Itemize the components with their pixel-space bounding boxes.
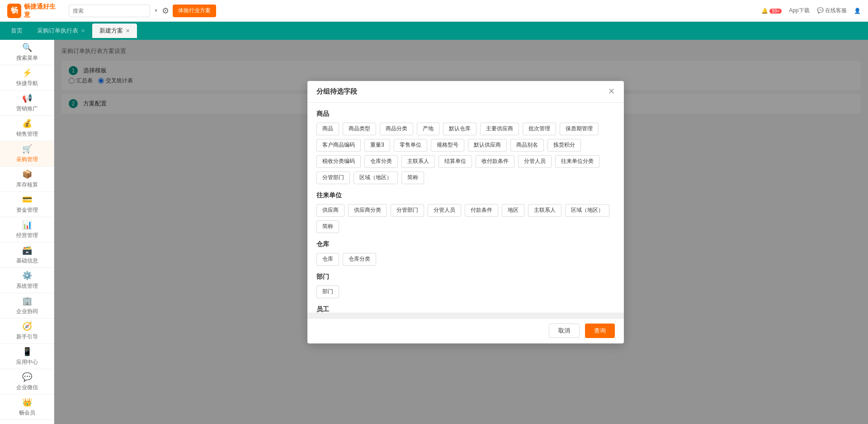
field-tag-partner-contact[interactable]: 主联系人 bbox=[528, 204, 561, 217]
field-tag-goods-supervisor[interactable]: 分管人员 bbox=[518, 155, 552, 168]
trial-btn[interactable]: 体验行业方案 bbox=[173, 5, 216, 17]
field-tag-dept-dept[interactable]: 部门 bbox=[316, 286, 339, 298]
top-header: 畅 畅捷通好生意 ▼ ⚙ 体验行业方案 🔔 99+ App下载 💬 在线客服 👤 bbox=[0, 0, 868, 22]
dept-tag-grid: 部门 bbox=[316, 286, 615, 298]
tab-new-plan[interactable]: 新建方案 ✕ bbox=[92, 24, 137, 38]
dialog-horizontal-scrollbar[interactable] bbox=[307, 313, 624, 318]
sidebar-item-marketing-label: 营销推广 bbox=[16, 105, 38, 113]
sidebar-item-enterprise[interactable]: 🏢 企业协同 bbox=[0, 293, 54, 319]
sidebar-item-guide[interactable]: 🧭 新手引导 bbox=[0, 319, 54, 344]
tab-purchase-exec[interactable]: 采购订单执行表 ✕ bbox=[30, 24, 92, 38]
field-tag-goods-category[interactable]: 商品分类 bbox=[380, 123, 413, 135]
sidebar-item-quicknav-label: 快捷导航 bbox=[16, 80, 38, 87]
tab-new-plan-close[interactable]: ✕ bbox=[126, 28, 130, 34]
field-tag-partner-area[interactable]: 区域（地区） bbox=[565, 204, 609, 217]
settings-icon[interactable]: ⚙ bbox=[162, 6, 169, 16]
sidebar-item-sysmgmt-label: 系统管理 bbox=[16, 282, 38, 290]
field-tag-goods-warehouse[interactable]: 默认仓库 bbox=[443, 123, 476, 135]
field-tag-partner-region[interactable]: 地区 bbox=[502, 204, 524, 217]
field-tag-goods-customer-code[interactable]: 客户商品编码 bbox=[316, 139, 361, 152]
sidebar-item-marketing[interactable]: 📢 营销推广 bbox=[0, 91, 54, 116]
baseinfo-icon: 🗃️ bbox=[22, 245, 32, 255]
field-tag-goods-tax-code[interactable]: 税收分类编码 bbox=[316, 155, 361, 168]
field-tag-goods-region[interactable]: 区域（地区） bbox=[354, 172, 398, 184]
section-title-dept: 部门 bbox=[316, 273, 615, 281]
sidebar-item-finance[interactable]: 💳 资金管理 bbox=[0, 192, 54, 217]
field-tag-partner-dept[interactable]: 分管部门 bbox=[391, 204, 424, 217]
dialog-close-button[interactable]: ✕ bbox=[608, 86, 615, 96]
sidebar-item-appcenter-label: 应用中心 bbox=[16, 358, 38, 366]
field-tag-goods-goods[interactable]: 商品 bbox=[316, 123, 339, 135]
sidebar-item-quicknav[interactable]: ⚡ 快捷导航 bbox=[0, 65, 54, 91]
field-tag-partner-supplier[interactable]: 供应商 bbox=[316, 204, 344, 217]
field-select-dialog: 分组待选字段 ✕ 商品 商品 商品类型 商品分类 产地 默认仓库 主要供应商 批… bbox=[307, 81, 624, 343]
sidebar-item-operation-label: 经营管理 bbox=[16, 232, 38, 239]
field-tag-goods-partner-category[interactable]: 往来单位分类 bbox=[555, 155, 599, 168]
sidebar-item-appcenter[interactable]: 📱 应用中心 bbox=[0, 344, 54, 369]
field-tag-goods-origin[interactable]: 产地 bbox=[417, 123, 439, 135]
logo-icon: 畅 bbox=[7, 4, 21, 18]
app-download-link[interactable]: App下载 bbox=[789, 7, 809, 14]
quicknav-icon: ⚡ bbox=[22, 68, 32, 78]
sidebar-item-purchase-label: 采购管理 bbox=[16, 156, 38, 163]
sidebar-item-search[interactable]: 🔍 搜索菜单 bbox=[0, 40, 54, 65]
sidebar-item-sales[interactable]: 💰 销售管理 bbox=[0, 116, 54, 141]
wechat-icon: 💬 bbox=[22, 372, 32, 382]
online-service-link[interactable]: 💬 在线客服 bbox=[817, 7, 847, 14]
tab-home-label: 首页 bbox=[11, 27, 23, 35]
sidebar-item-member[interactable]: 👑 畅会员 bbox=[0, 395, 54, 420]
field-tag-wh-warehouse[interactable]: 仓库 bbox=[316, 253, 339, 266]
field-tag-goods-dept[interactable]: 分管部门 bbox=[316, 172, 350, 184]
field-tag-goods-short-name[interactable]: 简称 bbox=[401, 172, 424, 184]
sidebar-item-finance-label: 资金管理 bbox=[16, 206, 38, 214]
sidebar-item-baseinfo[interactable]: 🗃️ 基础信息 bbox=[0, 243, 54, 268]
purchase-icon: 🛒 bbox=[22, 144, 32, 154]
tab-new-plan-label: 新建方案 bbox=[99, 27, 123, 35]
marketing-icon: 📢 bbox=[22, 93, 32, 103]
field-tag-goods-type[interactable]: 商品类型 bbox=[343, 123, 376, 135]
field-tag-goods-payment-terms[interactable]: 收付款条件 bbox=[476, 155, 514, 168]
field-tag-goods-spec[interactable]: 规格型号 bbox=[431, 139, 464, 152]
user-avatar[interactable]: 👤 bbox=[854, 8, 861, 14]
sidebar-item-inventory-label: 库存核算 bbox=[16, 181, 38, 189]
field-tag-partner-payment[interactable]: 付款条件 bbox=[465, 204, 498, 217]
field-tag-goods-expiry[interactable]: 保质期管理 bbox=[560, 123, 599, 135]
partners-tag-grid: 供应商 供应商分类 分管部门 分管人员 付款条件 地区 主联系人 区域（地区） … bbox=[316, 204, 615, 233]
field-tag-goods-main-supplier[interactable]: 主要供应商 bbox=[480, 123, 519, 135]
sidebar-item-enterprise-label: 企业协同 bbox=[16, 308, 38, 315]
field-tag-partner-supplier-cat[interactable]: 供应商分类 bbox=[348, 204, 387, 217]
field-tag-goods-retail-unit[interactable]: 零售单位 bbox=[394, 139, 427, 152]
goods-tag-grid: 商品 商品类型 商品分类 产地 默认仓库 主要供应商 批次管理 保质期管理 客户… bbox=[316, 123, 615, 184]
sales-icon: 💰 bbox=[22, 119, 32, 129]
sidebar-item-operation[interactable]: 📊 经营管理 bbox=[0, 217, 54, 243]
sidebar-item-wechat[interactable]: 💬 企业微信 bbox=[0, 369, 54, 395]
notification-area[interactable]: 🔔 99+ bbox=[761, 8, 782, 14]
field-tag-goods-default-supplier[interactable]: 默认供应商 bbox=[468, 139, 507, 152]
field-tag-wh-category[interactable]: 仓库分类 bbox=[343, 253, 376, 266]
tab-home[interactable]: 首页 bbox=[4, 24, 30, 38]
member-icon: 👑 bbox=[22, 397, 32, 407]
sidebar-item-purchase[interactable]: 🛒 采购管理 bbox=[0, 141, 54, 167]
field-tag-goods-wh-category[interactable]: 仓库分类 bbox=[364, 155, 398, 168]
field-tag-goods-batch[interactable]: 批次管理 bbox=[523, 123, 556, 135]
tab-purchase-exec-label: 采购订单执行表 bbox=[37, 27, 78, 35]
section-title-staff: 员工 bbox=[316, 305, 615, 313]
sysmgmt-icon: ⚙️ bbox=[22, 271, 32, 281]
field-tag-goods-weight[interactable]: 重量3 bbox=[364, 139, 390, 152]
confirm-button[interactable]: 查询 bbox=[585, 324, 615, 338]
cancel-button[interactable]: 取消 bbox=[549, 324, 580, 338]
field-tag-goods-pick-points[interactable]: 拣货积分 bbox=[547, 139, 581, 152]
tab-purchase-exec-close[interactable]: ✕ bbox=[81, 28, 85, 34]
sidebar-item-sysmgmt[interactable]: ⚙️ 系统管理 bbox=[0, 268, 54, 293]
appcenter-icon: 📱 bbox=[22, 347, 32, 357]
search-icon: 🔍 bbox=[22, 43, 32, 52]
field-tag-partner-short[interactable]: 简称 bbox=[316, 220, 339, 233]
header-search-input[interactable] bbox=[69, 5, 150, 17]
field-tag-partner-supervisor[interactable]: 分管人员 bbox=[428, 204, 461, 217]
field-tag-goods-alias[interactable]: 商品别名 bbox=[510, 139, 544, 152]
guide-icon: 🧭 bbox=[22, 321, 32, 331]
notification-badge: 99+ bbox=[769, 9, 782, 14]
field-tag-goods-contact[interactable]: 主联系人 bbox=[401, 155, 435, 168]
sidebar-item-inventory[interactable]: 📦 库存核算 bbox=[0, 167, 54, 192]
field-tag-goods-settle-unit[interactable]: 结算单位 bbox=[439, 155, 472, 168]
